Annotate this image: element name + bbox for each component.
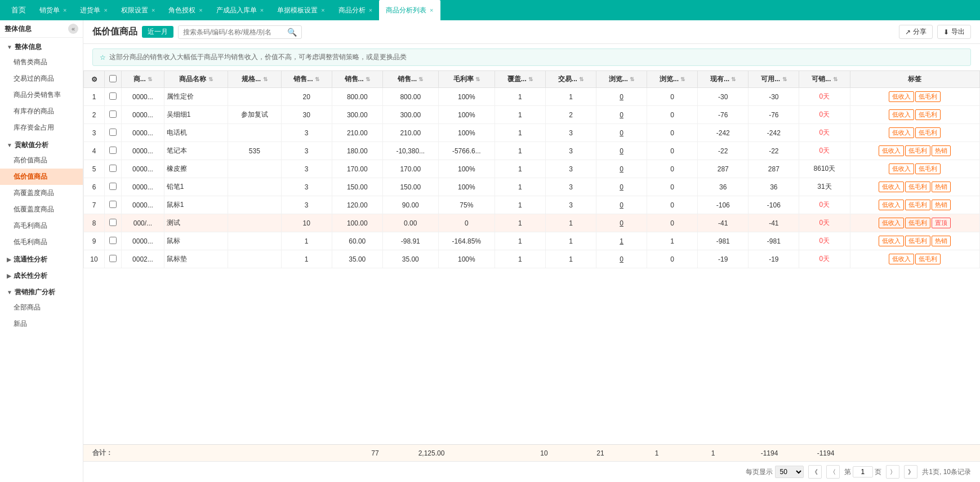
th-margin[interactable]: 毛利率 ⇅ [438, 71, 495, 88]
prev-page-button[interactable]: 〈 [826, 465, 840, 479]
sidebar-collapse-button[interactable]: « [68, 24, 78, 34]
sidebar-item-low-coverage[interactable]: 低覆盖度商品 [0, 201, 83, 218]
sidebar-item-low-value[interactable]: 低价值商品 [0, 169, 83, 185]
sidebar-item-all-products[interactable]: 全部商品 [0, 299, 83, 316]
search-icon[interactable]: 🔍 [287, 28, 297, 37]
first-page-button[interactable]: 《 [808, 465, 822, 479]
td-coverage: 1 [495, 160, 545, 178]
views1-value[interactable]: 0 [620, 183, 623, 191]
row-checkbox[interactable] [109, 147, 117, 154]
close-product-warehouse-icon[interactable]: × [260, 7, 264, 14]
td-name: 鼠标 [164, 232, 228, 250]
nav-product-warehouse[interactable]: 产成品入库单 × [210, 0, 270, 20]
views1-value[interactable]: 0 [620, 111, 623, 119]
th-spec[interactable]: 规格... ⇅ [228, 71, 281, 88]
views1-value[interactable]: 0 [620, 129, 623, 137]
sidebar-group-overall[interactable]: ▼ 整体信息 [0, 38, 83, 54]
th-settings[interactable]: ⚙ [84, 71, 105, 88]
th-sales3[interactable]: 销售... ⇅ [382, 71, 438, 88]
th-stock-available[interactable]: 可用... ⇅ [749, 71, 799, 88]
row-checkbox[interactable] [109, 165, 117, 172]
nav-home[interactable]: 首页 [5, 0, 33, 20]
views1-value[interactable]: 0 [620, 255, 623, 263]
close-permissions-icon[interactable]: × [152, 7, 155, 14]
close-role-auth-icon[interactable]: × [199, 7, 202, 14]
row-checkbox[interactable] [109, 110, 117, 118]
nav-permissions[interactable]: 权限设置 × [114, 0, 162, 20]
row-checkbox[interactable] [109, 219, 117, 226]
sidebar-item-high-coverage[interactable]: 高覆盖度商品 [0, 185, 83, 201]
td-tags: 低收入低毛利热销 [850, 142, 980, 160]
views1-value[interactable]: 0 [620, 93, 623, 101]
sort-icon-spec: ⇅ [263, 76, 268, 82]
sidebar-group-contribution[interactable]: ▼ 贡献值分析 [0, 136, 83, 152]
sidebar-item-high-value[interactable]: 高价值商品 [0, 152, 83, 169]
th-checkbox [105, 71, 122, 88]
views1-value[interactable]: 0 [620, 219, 623, 227]
close-template-settings-icon[interactable]: × [321, 7, 324, 14]
views1-value[interactable]: 0 [620, 165, 623, 173]
sidebar-item-stock-products[interactable]: 有库存的商品 [0, 103, 83, 120]
nav-template-settings[interactable]: 单据模板设置 × [270, 0, 331, 20]
td-coverage: 1 [495, 196, 545, 214]
per-page-select[interactable]: 50 100 200 [775, 466, 804, 478]
export-button[interactable]: ⬇ 导出 [937, 25, 971, 39]
search-input[interactable] [183, 28, 285, 36]
td-sales1: 3 [281, 196, 332, 214]
th-stock-current[interactable]: 现有... ⇅ [698, 71, 749, 88]
nav-product-analysis[interactable]: 商品分析 × [332, 0, 379, 20]
sidebar-item-category-sales-rate[interactable]: 商品分类销售率 [0, 87, 83, 103]
row-checkbox[interactable] [109, 183, 117, 190]
close-purchase-order-icon[interactable]: × [104, 7, 107, 14]
chevron-down-icon: ▼ [7, 44, 12, 50]
td-sales2: 210.00 [332, 124, 382, 142]
close-product-analysis-list-icon[interactable]: × [430, 7, 433, 14]
sidebar-item-inventory-funds[interactable]: 库存资金占用 [0, 120, 83, 136]
views1-value[interactable]: 0 [620, 201, 623, 209]
row-checkbox[interactable] [109, 129, 117, 136]
sidebar-item-sales-products[interactable]: 销售类商品 [0, 54, 83, 70]
views1-value[interactable]: 1 [620, 237, 623, 245]
row-checkbox[interactable] [109, 201, 117, 208]
sidebar-item-low-margin[interactable]: 低毛利商品 [0, 234, 83, 250]
footer-val-8: 1 [640, 449, 674, 457]
th-sales2[interactable]: 销售... ⇅ [332, 71, 382, 88]
sort-icon-transactions: ⇅ [579, 76, 583, 82]
table-scroll-wrapper[interactable]: ⚙ 商... ⇅ 商品名称 ⇅ 规格... ⇅ 销售... ⇅ 销售... ⇅ … [83, 70, 980, 444]
period-button[interactable]: 近一月 [142, 26, 173, 38]
close-product-analysis-icon[interactable]: × [369, 7, 372, 14]
sidebar-group-marketing[interactable]: ▼ 营销推广分析 [0, 283, 83, 299]
nav-role-auth[interactable]: 角色授权 × [162, 0, 209, 20]
nav-purchase-order[interactable]: 进货单 × [73, 0, 114, 20]
sidebar-item-new-products[interactable]: 新品 [0, 316, 83, 332]
th-code[interactable]: 商... ⇅ [122, 71, 164, 88]
row-checkbox[interactable] [109, 255, 117, 262]
td-coverage: 1 [495, 214, 545, 232]
row-checkbox[interactable] [109, 92, 117, 100]
page-number-input[interactable] [853, 466, 873, 477]
select-all-checkbox[interactable] [109, 75, 117, 82]
sidebar-item-traded-products[interactable]: 交易过的商品 [0, 70, 83, 87]
th-views2[interactable]: 浏览... ⇅ [647, 71, 698, 88]
td-code: 0000... [122, 178, 164, 196]
views1-value[interactable]: 0 [620, 147, 623, 155]
td-views1: 0 [596, 178, 647, 196]
nav-product-analysis-list[interactable]: 商品分析列表 × [379, 0, 440, 20]
next-page-button[interactable]: 〉 [886, 465, 899, 479]
sidebar-group-circulation[interactable]: ▶ 流通性分析 [0, 250, 83, 267]
td-spec [228, 178, 281, 196]
close-sales-order-icon[interactable]: × [63, 7, 66, 14]
share-button[interactable]: ↗ 分享 [899, 25, 933, 39]
th-sales1[interactable]: 销售... ⇅ [281, 71, 332, 88]
th-stock-sellable[interactable]: 可销... ⇅ [799, 71, 850, 88]
sidebar-item-high-margin[interactable]: 高毛利商品 [0, 218, 83, 234]
last-page-button[interactable]: 》 [904, 465, 917, 479]
sidebar-group-growth[interactable]: ▶ 成长性分析 [0, 267, 83, 283]
th-transactions[interactable]: 交易... ⇅ [545, 71, 596, 88]
td-sales2: 60.00 [332, 232, 382, 250]
nav-sales-order[interactable]: 销货单 × [33, 0, 73, 20]
th-views1[interactable]: 浏览... ⇅ [596, 71, 647, 88]
th-name[interactable]: 商品名称 ⇅ [164, 71, 228, 88]
th-coverage[interactable]: 覆盖... ⇅ [495, 71, 545, 88]
row-checkbox[interactable] [109, 237, 117, 244]
